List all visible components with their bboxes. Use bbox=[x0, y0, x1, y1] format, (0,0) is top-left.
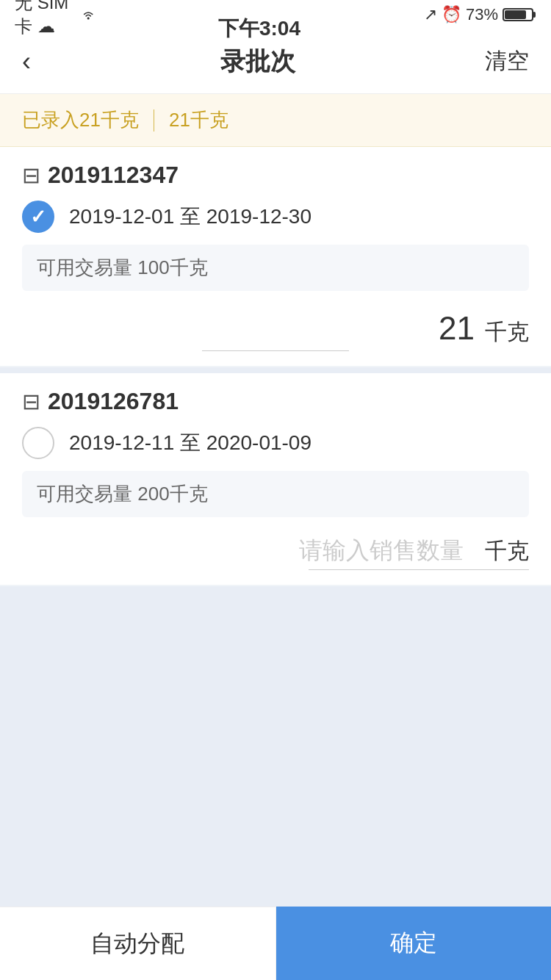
wifi-icon bbox=[82, 7, 95, 23]
batch-1-amount-row: 21 千克 bbox=[22, 303, 529, 350]
batch-1-amount: 21 bbox=[439, 310, 475, 347]
batch-1-row: 2019-12-01 至 2019-12-30 bbox=[22, 201, 529, 233]
batch-1-divider bbox=[202, 350, 349, 351]
recorded-amount: 已录入21千克 bbox=[22, 107, 139, 133]
sim-label: 无 SIM 卡 ☁ bbox=[15, 0, 76, 38]
batch-1-radio[interactable] bbox=[22, 201, 54, 233]
batch-card-1: ⊟ 2019112347 2019-12-01 至 2019-12-30 可用交… bbox=[0, 147, 551, 366]
auto-distribute-button[interactable]: 自动分配 bbox=[0, 907, 276, 980]
status-left: 无 SIM 卡 ☁ bbox=[15, 0, 95, 38]
batch-2-row: 2019-12-11 至 2020-01-09 bbox=[22, 427, 529, 459]
back-button[interactable]: ‹ bbox=[22, 46, 31, 77]
total-amount: 21千克 bbox=[169, 107, 228, 133]
batch-2-available: 可用交易量 200千克 bbox=[22, 471, 529, 517]
batch-1-id: 2019112347 bbox=[48, 162, 179, 189]
batch-1-date: 2019-12-01 至 2019-12-30 bbox=[69, 203, 311, 231]
empty-area bbox=[0, 586, 551, 909]
batch-2-date: 2019-12-11 至 2020-01-09 bbox=[69, 429, 311, 457]
batch-2-header: ⊟ 2019126781 bbox=[22, 388, 529, 415]
status-bar: 无 SIM 卡 ☁ 下午3:04 ↗ ⏰ 73% bbox=[0, 0, 551, 29]
alarm-icon: ⏰ bbox=[442, 5, 461, 24]
batch-1-header: ⊟ 2019112347 bbox=[22, 162, 529, 189]
svg-rect-2 bbox=[533, 12, 536, 18]
battery-label: 73% bbox=[466, 5, 498, 24]
batch-1-icon: ⊟ bbox=[22, 162, 40, 188]
section-separator bbox=[0, 367, 551, 373]
confirm-button[interactable]: 确定 bbox=[276, 907, 552, 980]
battery-icon bbox=[503, 7, 536, 23]
page-title: 录批次 bbox=[220, 45, 295, 79]
svg-rect-3 bbox=[505, 10, 526, 19]
clear-button[interactable]: 清空 bbox=[485, 46, 529, 76]
batch-2-radio[interactable] bbox=[22, 427, 54, 459]
batch-2-divider bbox=[309, 569, 529, 570]
batch-1-unit: 千克 bbox=[485, 317, 529, 347]
batch-2-unit: 千克 bbox=[485, 536, 529, 566]
status-time: 下午3:04 bbox=[218, 15, 300, 43]
bottom-bar: 自动分配 确定 bbox=[0, 907, 551, 980]
batch-2-icon: ⊟ bbox=[22, 389, 40, 414]
svg-point-0 bbox=[87, 17, 89, 19]
content-area: ⊟ 2019112347 2019-12-01 至 2019-12-30 可用交… bbox=[0, 147, 551, 980]
batch-2-id: 2019126781 bbox=[48, 388, 179, 415]
batch-2-input-row: 千克 bbox=[22, 529, 529, 569]
info-banner: 已录入21千克 21千克 bbox=[0, 94, 551, 147]
location-icon: ↗ bbox=[424, 5, 437, 24]
info-divider bbox=[154, 109, 154, 131]
batch-2-quantity-input[interactable] bbox=[254, 537, 475, 564]
batch-1-available: 可用交易量 100千克 bbox=[22, 245, 529, 291]
status-right: ↗ ⏰ 73% bbox=[424, 5, 536, 24]
batch-card-2: ⊟ 2019126781 2019-12-11 至 2020-01-09 可用交… bbox=[0, 373, 551, 585]
